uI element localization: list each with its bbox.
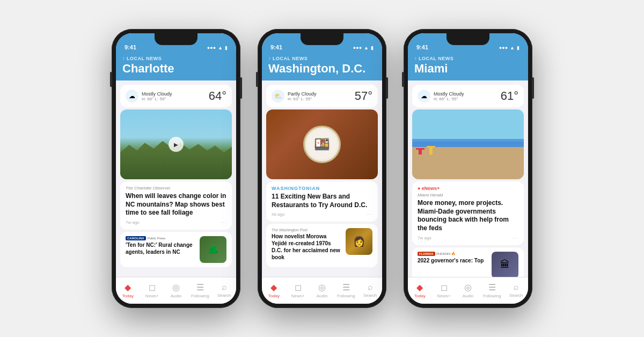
news-main-image-dc: 🍱 [266, 109, 378, 179]
news-plus-text: eNews+ [421, 186, 440, 191]
today-label-dc: Today [268, 294, 280, 298]
weather-info: Mostly Cloudy H: 66° L: 59° [142, 91, 172, 101]
gov-thumbnail: 🏛 [492, 252, 518, 277]
today-icon-dc: ◆ [270, 282, 277, 292]
tab-today-dc[interactable]: ◆ Today [262, 282, 286, 298]
audio-label-dc: Audio [317, 294, 327, 298]
tab-search-miami[interactable]: ⌕ Search [504, 282, 528, 298]
tab-bar-dc: ◆ Today ◻ News+ ◎ Audio ☰ Following ⌕ [262, 277, 382, 304]
today-icon: ◆ [125, 282, 131, 292]
article-time: 7w ago [126, 220, 140, 225]
phone-screen: 9:41 ●●● ▲ ▮ ↑ LOCAL NEWS Charlotte ··· [116, 33, 236, 304]
florida-badge: FLORIDA [418, 252, 435, 256]
weather-icon-miami: ☁ [418, 90, 430, 102]
city-name-miami: Miami [414, 62, 522, 75]
article-more-icon-miami[interactable]: ··· [513, 235, 518, 241]
small-article-charlotte[interactable]: CAROLINA Public Press 'Ten for NC:' Rura… [120, 232, 232, 267]
following-icon: ☰ [196, 282, 204, 292]
wifi-icon: ▲ [218, 45, 223, 50]
weather-highlow-dc: H: 63° L: 55° [288, 97, 317, 101]
beach-scene [412, 109, 524, 179]
tab-newsplus[interactable]: ◻ News+ [140, 282, 164, 298]
tab-bar-charlotte: ◆ Today ◻ News+ ◎ Audio ☰ Following ⌕ [116, 277, 236, 304]
phone-notch-dc [301, 33, 343, 45]
article-title-dc: 11 Exciting New Bars and Restaurants to … [272, 193, 372, 209]
tab-bar-miami: ◆ Today ◻ News+ ◎ Audio ☰ Following ⌕ [408, 277, 528, 304]
today-label: Today [122, 294, 134, 298]
wifi-icon-dc: ▲ [364, 45, 369, 50]
article-time-dc: 4d ago [272, 212, 284, 217]
tab-search-dc[interactable]: ⌕ Search [358, 282, 382, 298]
article-time-miami: 7w ago [418, 236, 431, 240]
small-article-title: 'Ten for NC:' Rural change agents, leade… [126, 241, 195, 255]
beach-svg [412, 109, 524, 179]
more-options-icon[interactable]: ··· [222, 79, 230, 88]
phone-miami: 9:41 ●●● ▲ ▮ ↑ LOCAL NEWS Miami ··· ☁ [404, 29, 532, 308]
svg-rect-0 [412, 109, 524, 142]
article-source: The Charlotte Observer [126, 186, 226, 191]
carolina-badge: CAROLINA [126, 236, 146, 240]
content-charlotte: ☁ Mostly Cloudy H: 66° L: 59° 64° ▶ The … [116, 80, 236, 277]
signal-icon: ●●● [207, 45, 216, 50]
florida-phoenix-source: FLORIDA PHOENIX 🔥 [418, 252, 487, 256]
article-title: When will leaves change color in NC moun… [126, 192, 226, 217]
wp-source-label: The Washington Post [272, 228, 341, 232]
article-meta: 7w ago ··· [126, 219, 226, 225]
content-miami: ☁ Mostly Cloudy H: 66° L: 55° 61° [408, 80, 528, 277]
phoenix-badge: PHOENIX 🔥 [436, 252, 456, 255]
svg-rect-4 [416, 148, 425, 150]
forest-scene: ▶ [120, 109, 232, 179]
article-card-main-charlotte[interactable]: The Charlotte Observer When will leaves … [120, 181, 232, 230]
news-plus-dot: ● [418, 186, 420, 191]
tab-following-dc[interactable]: ☰ Following [334, 282, 358, 298]
newsplus-label-miami: News+ [437, 294, 451, 298]
location-arrow-icon: ↑ [122, 56, 125, 61]
tab-following-miami[interactable]: ☰ Following [480, 282, 504, 298]
washingtonian-label: WASHINGTONIAN [272, 186, 372, 191]
weather-icon: ☁ [126, 90, 138, 102]
tab-newsplus-miami[interactable]: ◻ News+ [432, 282, 456, 298]
svg-rect-6 [427, 146, 435, 148]
article-card-main-miami[interactable]: ● eNews+ Miami Herald More money, more p… [412, 181, 524, 245]
newsplus-label: News+ [145, 294, 159, 298]
tab-audio[interactable]: ◎ Audio [164, 282, 188, 298]
carolina-thumbnail: 🌲 [200, 236, 226, 263]
more-options-icon-dc[interactable]: ··· [368, 79, 376, 88]
weather-info-miami: Mostly Cloudy H: 66° L: 55° [434, 91, 464, 101]
tab-audio-dc[interactable]: ◎ Audio [310, 282, 334, 298]
article-card-main-dc[interactable]: WASHINGTONIAN 11 Exciting New Bars and R… [266, 181, 378, 222]
battery-icon: ▮ [225, 45, 228, 50]
article-more-icon[interactable]: ··· [221, 219, 226, 225]
app-header-miami: ↑ LOCAL NEWS Miami ··· [408, 53, 528, 80]
content-dc: ⛅ Partly Cloudy H: 63° L: 55° 57° 🍱 WASH… [262, 80, 382, 277]
small-article-text-miami: FLORIDA PHOENIX 🔥 2022 governor's race: … [418, 252, 487, 266]
phone-notch-miami [447, 33, 489, 45]
status-icons-dc: ●●● ▲ ▮ [353, 45, 374, 50]
location-arrow-icon-miami: ↑ [414, 56, 417, 61]
small-article-title-dc: How novelist Morowa Yejidé re-created 19… [272, 233, 341, 261]
weather-info-dc: Partly Cloudy H: 63° L: 55° [288, 91, 317, 101]
article-more-icon-dc[interactable]: ··· [367, 211, 372, 217]
weather-condition: Mostly Cloudy [142, 91, 172, 97]
play-button[interactable]: ▶ [169, 137, 184, 152]
app-header-dc: ↑ LOCAL NEWS Washington, D.C. ··· [262, 53, 382, 80]
weather-highlow: H: 66° L: 59° [142, 97, 172, 101]
tab-search[interactable]: ⌕ Search [212, 282, 236, 298]
tab-today-miami[interactable]: ◆ Today [408, 282, 432, 298]
small-article-dc[interactable]: The Washington Post How novelist Morowa … [266, 224, 378, 267]
more-options-icon-miami[interactable]: ··· [514, 79, 522, 88]
weather-temp-miami: 61° [501, 89, 518, 103]
status-icons-miami: ●●● ▲ ▮ [499, 45, 519, 50]
tab-following[interactable]: ☰ Following [188, 282, 212, 298]
tab-newsplus-dc[interactable]: ◻ News+ [286, 282, 310, 298]
svg-rect-2 [412, 147, 524, 179]
weather-temp-dc: 57° [355, 89, 372, 103]
food-scene: 🍱 [266, 109, 378, 179]
newsplus-icon-dc: ◻ [295, 282, 302, 292]
location-arrow-icon-dc: ↑ [268, 56, 271, 61]
phone-washington: 9:41 ●●● ▲ ▮ ↑ LOCAL NEWS Washington, D.… [258, 29, 386, 308]
following-label-dc: Following [337, 294, 355, 298]
small-article-miami[interactable]: FLORIDA PHOENIX 🔥 2022 governor's race: … [412, 247, 524, 277]
tab-audio-miami[interactable]: ◎ Audio [456, 282, 480, 298]
tab-today[interactable]: ◆ Today [116, 282, 140, 298]
